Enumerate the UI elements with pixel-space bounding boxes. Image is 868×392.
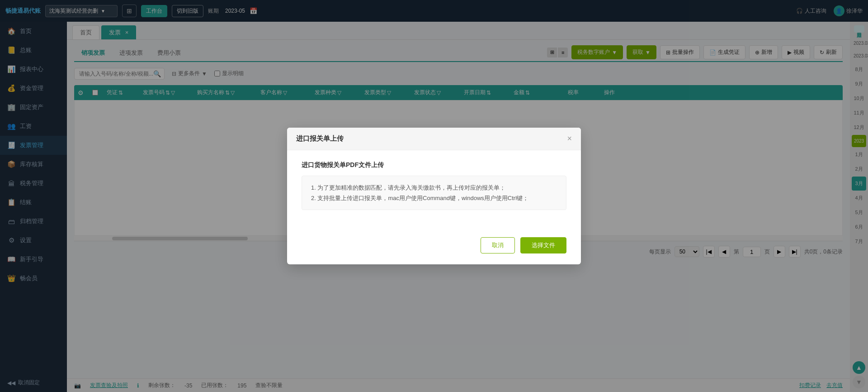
- modal-close-button[interactable]: ×: [567, 134, 572, 143]
- modal-info-item-2: 2. 支持批量上传进口报关单，mac用户使用Command键，windows用户…: [311, 193, 557, 203]
- modal-info-box: 1. 为了更加精准的数据匹配，请先录入海关缴款书，再上传对应的报关单； 2. 支…: [302, 176, 566, 210]
- modal-select-file-button[interactable]: 选择文件: [520, 237, 566, 253]
- modal-footer: 取消 选择文件: [287, 230, 581, 264]
- modal-header: 进口报关单上传 ×: [287, 128, 581, 150]
- modal-info-item-1: 1. 为了更加精准的数据匹配，请先录入海关缴款书，再上传对应的报关单；: [311, 182, 557, 193]
- modal-title: 进口报关单上传: [296, 134, 344, 143]
- modal-cancel-button[interactable]: 取消: [481, 237, 515, 253]
- modal-section-title: 进口货物报关单PDF文件上传: [302, 161, 566, 169]
- modal-body: 进口货物报关单PDF文件上传 1. 为了更加精准的数据匹配，请先录入海关缴款书，…: [287, 150, 581, 230]
- modal-overlay[interactable]: 进口报关单上传 × 进口货物报关单PDF文件上传 1. 为了更加精准的数据匹配，…: [0, 0, 868, 392]
- import-customs-modal: 进口报关单上传 × 进口货物报关单PDF文件上传 1. 为了更加精准的数据匹配，…: [287, 128, 581, 265]
